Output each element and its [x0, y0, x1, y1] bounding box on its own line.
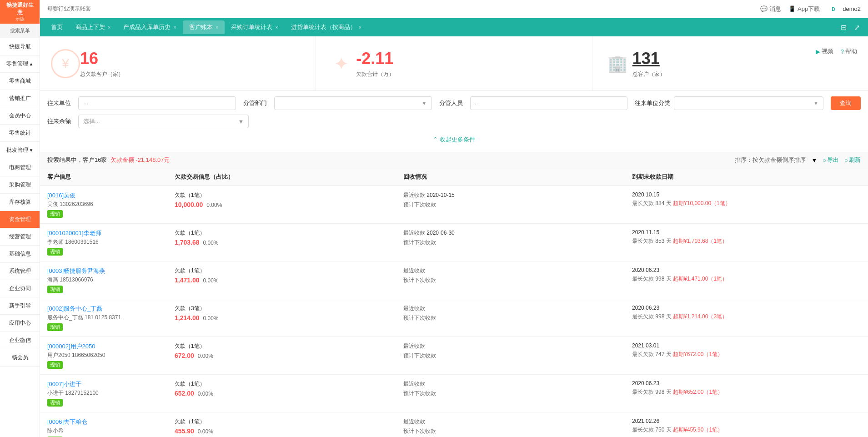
- sidebar-item-apps[interactable]: 应用中心: [0, 315, 40, 332]
- sidebar-item-retail-mgmt[interactable]: 零售管理 ▲: [0, 55, 40, 73]
- filter-input-unit[interactable]: ···: [78, 96, 236, 110]
- col-header-customer: 客户信息: [47, 173, 175, 181]
- refresh-button[interactable]: ○ 刷新: [844, 156, 861, 164]
- sidebar-item-inventory[interactable]: 库存核算: [0, 194, 40, 211]
- close-icon[interactable]: ×: [173, 25, 176, 30]
- customer-id-link[interactable]: [0006]去下粮仓: [47, 418, 87, 425]
- last-payment-label: 最近收款: [403, 418, 632, 426]
- app-logo[interactable]: 畅捷通好生意 示版: [0, 0, 40, 24]
- tab-product-shelf[interactable]: 商品上下架 ×: [69, 20, 117, 34]
- filter-input-category[interactable]: ▼: [674, 96, 823, 110]
- last-payment-label: 最近收款: [403, 342, 632, 350]
- sidebar-item-system[interactable]: 系统管理: [0, 263, 40, 280]
- close-icon[interactable]: ×: [275, 25, 278, 30]
- video-link[interactable]: ▶ 视频: [816, 47, 833, 55]
- tab-finished-goods[interactable]: 产成品入库单历史 ×: [117, 20, 182, 34]
- table-row: [0003]畅捷服务尹海燕 海燕 18513066976 现销 欠款（1笔） 1…: [40, 261, 868, 299]
- filter-select-balance[interactable]: 选择... ▼: [78, 115, 249, 128]
- customer-id-link[interactable]: [0016]吴俊: [47, 192, 75, 199]
- customer-id-link[interactable]: [0002]服务中心_丁磊: [47, 305, 102, 312]
- stat-card-total-customers: 🏢 131 总客户（家） ▶ 视频 ? 帮助: [592, 36, 868, 90]
- main-area: 母婴行业演示账套 💬 消息 📱 App下载 D demo2 首页 商品上下架 ×…: [40, 0, 868, 437]
- customer-id-link[interactable]: [000002]用户2050: [47, 343, 95, 350]
- close-icon[interactable]: ×: [108, 25, 110, 30]
- logo-text: 畅捷通好生意: [4, 2, 36, 16]
- overdue-amount-link[interactable]: 超期¥1,214.00（3笔）: [673, 313, 728, 320]
- debt-count: 欠款（1笔）: [175, 229, 403, 237]
- app-download-button[interactable]: 📱 App下载: [788, 5, 820, 13]
- sidebar-item-member[interactable]: 会员中心: [0, 107, 40, 125]
- customer-tag: 现销: [47, 323, 63, 331]
- sidebar-item-finance[interactable]: 资金管理: [0, 211, 40, 228]
- filter-item-category: 往来单位分类 ▼: [635, 96, 823, 110]
- next-payment: 预计下次收款: [403, 352, 632, 360]
- overdue-amount-link[interactable]: 超期¥10,000.00（1笔）: [673, 200, 731, 206]
- debt-percent: 0.00%: [203, 277, 219, 284]
- overdue-days: 最长欠款 884 天 超期¥10,000.00（1笔）: [632, 200, 861, 207]
- tab-navigation: 首页 商品上下架 × 产成品入库单历史 × 客户账本 × 采购订单统计表 × 进…: [40, 18, 868, 36]
- customer-tag: 现销: [47, 361, 63, 369]
- help-link[interactable]: ? 帮助: [841, 47, 857, 55]
- export-icon: ○: [823, 157, 826, 164]
- sidebar-item-member2[interactable]: 畅会员: [0, 349, 40, 367]
- col-header-debt: 欠款交易信息（占比）: [175, 173, 403, 181]
- overdue-days: 最长欠款 750 天 超期¥455.90（1笔）: [632, 426, 861, 434]
- filter-label-person: 分管人员: [439, 99, 467, 107]
- tab-customer-account[interactable]: 客户账本 ×: [183, 20, 225, 34]
- table-row: [0007]小进干 小进干 18279152100 现销 欠款（1笔） 652.…: [40, 375, 868, 412]
- sidebar-item-operations[interactable]: 经营管理: [0, 228, 40, 246]
- sidebar-item-marketing[interactable]: 营销推广: [0, 90, 40, 107]
- last-payment-date: 2020-10-15: [426, 192, 454, 198]
- debt-percent: 0.00%: [203, 315, 219, 321]
- debt-percent: 0.00%: [206, 202, 222, 208]
- overdue-amount-link[interactable]: 超期¥672.00（1笔）: [673, 351, 723, 357]
- sidebar-item-retail-mall[interactable]: 零售商城: [0, 73, 40, 90]
- debt-percent: 0.00%: [203, 240, 219, 246]
- next-payment: 预计下次收款: [403, 427, 632, 435]
- sidebar-item-quick-nav[interactable]: 快捷导航: [0, 38, 40, 55]
- sidebar-item-wechat[interactable]: 企业微信: [0, 332, 40, 349]
- customer-id-link[interactable]: [0007]小进干: [47, 381, 81, 387]
- recovery-cell: 最近收款 预计下次收款: [403, 305, 632, 322]
- overdue-days: 最长欠款 853 天 超期¥1,703.68（1笔）: [632, 237, 861, 245]
- customer-phone: 吴俊 13026203696: [47, 201, 175, 208]
- close-icon[interactable]: ×: [216, 25, 218, 30]
- collapse-nav-button[interactable]: ⊟: [837, 21, 850, 34]
- sidebar-item-purchase[interactable]: 采购管理: [0, 176, 40, 194]
- filter-input-person[interactable]: ···: [470, 96, 628, 110]
- table-header: 客户信息 欠款交易信息（占比） 回收情况 到期未收款日期: [40, 168, 868, 186]
- overdue-amount-link[interactable]: 超期¥455.90（1笔）: [673, 427, 723, 433]
- sidebar-item-enterprise[interactable]: 企业协同: [0, 280, 40, 297]
- message-button[interactable]: 💬 消息: [760, 5, 781, 13]
- maximize-button[interactable]: ⤢: [850, 21, 863, 34]
- customer-id-link[interactable]: [0003]畅捷服务尹海燕: [47, 267, 105, 274]
- tab-purchase-order-stats[interactable]: 采购订单统计表 ×: [225, 20, 284, 34]
- filter-input-dept[interactable]: ▼: [274, 96, 432, 110]
- overdue-amount-link[interactable]: 超期¥1,703.68（1笔）: [673, 238, 728, 244]
- debt-amount: 672.00: [175, 352, 194, 359]
- search-button[interactable]: 查询: [831, 96, 861, 110]
- export-button[interactable]: ○ 导出: [823, 156, 839, 164]
- tab-purchase-stats-product[interactable]: 进货单统计表（按商品） ×: [285, 20, 368, 34]
- overdue-amount-link[interactable]: 超期¥652.00（1笔）: [673, 389, 723, 395]
- overdue-amount-link[interactable]: 超期¥1,471.00（1笔）: [673, 276, 728, 282]
- debt-amount: 1,214.00: [175, 314, 200, 321]
- sidebar-item-retail-stats[interactable]: 零售统计: [0, 125, 40, 142]
- user-menu[interactable]: D demo2: [827, 3, 861, 15]
- sidebar-item-wholesale-mgmt[interactable]: 批发管理 ▼: [0, 142, 40, 159]
- close-icon[interactable]: ×: [359, 25, 361, 30]
- avatar: D: [827, 3, 840, 15]
- message-icon: 💬: [760, 5, 768, 12]
- sidebar-item-basic-info[interactable]: 基础信息: [0, 246, 40, 263]
- customer-id-link[interactable]: [0001020001]李老师: [47, 230, 101, 236]
- sidebar-item-ecommerce[interactable]: 电商管理: [0, 159, 40, 176]
- search-menu[interactable]: 搜索菜单: [0, 24, 40, 38]
- results-bar: 搜索结果中，客户16家 欠款金额 -21,148.07元 排序：按欠款金额倒序排…: [40, 152, 868, 168]
- filter-item-balance: 往来余额 选择... ▼: [47, 115, 249, 128]
- collapse-filter-button[interactable]: ⌃ 收起更多条件: [47, 133, 861, 146]
- table-row: [0002]服务中心_丁磊 服务中心_丁磊 181 0125 8371 现销 欠…: [40, 299, 868, 337]
- customer-tag: 现销: [47, 286, 63, 293]
- sidebar-item-guide[interactable]: 新手引导: [0, 297, 40, 315]
- debt-percent: 0.00%: [198, 353, 213, 359]
- tab-home[interactable]: 首页: [45, 20, 69, 34]
